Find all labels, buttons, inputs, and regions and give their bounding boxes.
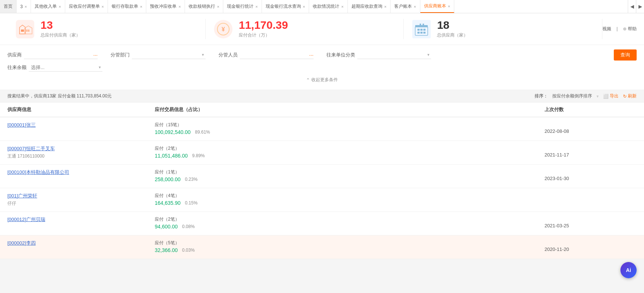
col-header-lastpay: 上次付数 [545,106,637,113]
nav-tab-overdue-ar[interactable]: 超期应收款查询 × [348,0,391,13]
close-tab-customer-ledger[interactable]: × [414,4,416,9]
table-header: 供应商信息 应付交易信息（占比） 上次付数 [0,103,644,117]
supplier-input[interactable] [24,51,93,59]
supplier-sub-4: 仔仔 [7,200,155,207]
tx-amount-4[interactable]: 164,635.90 [155,200,181,206]
export-button[interactable]: ⬜ 导出 [603,93,619,99]
close-tab-cash-flow[interactable]: × [303,4,305,9]
nav-tab-customer-ledger[interactable]: 客户账本 × [391,0,420,13]
person-dropdown[interactable]: ··· [240,51,314,59]
table-row: [000007]恒旺二手叉车 王通 17106110000 应付（2笔） 11,… [0,141,644,165]
supplier-link-5[interactable]: [000012]广州贝瑞 [7,216,155,223]
tx-amount-5[interactable]: 94,600.00 [155,224,178,230]
category-input[interactable] [357,51,427,59]
dept-arrow-icon[interactable]: ▾ [202,52,206,57]
result-summary: 搜索结果中，供应商13家 应付金额 111,703,854.00元 [7,93,112,99]
tx-label-6: 应付（5笔） [155,240,545,246]
stat-ap-suppliers: 13 总应付供应商（家） [7,19,206,39]
supplier-info-1: [000001]张三 [7,122,155,128]
supplier-link-3[interactable]: [000100]本特勒油品有限公司 [7,169,155,176]
tx-info-5: 应付（2笔） 94,600.00 0.08% [155,216,545,231]
balance-dropdown[interactable]: ▾ [29,63,102,72]
table-row: [000002]李四 应付（5笔） 32,366.00 0.03% 2020-1… [0,235,644,259]
person-input[interactable] [240,51,309,59]
nav-tab-receipt-exec[interactable]: 收款核销执行 × [185,0,223,13]
collapse-button[interactable]: ⌃ 收起更多条件 [7,75,637,85]
svg-rect-15 [420,32,423,34]
table-body: [000001]张三 应付（15笔） 100,092,540.00 89.61%… [0,117,644,259]
supplier-link-1[interactable]: [000001]张三 [7,122,155,128]
supplier-link-2[interactable]: [000007]恒旺二手叉车 [7,145,155,152]
ap-amount-icon: ¥ [213,19,233,39]
close-tab-3[interactable]: × [25,4,27,9]
supplier-ellipsis[interactable]: ··· [93,52,98,58]
nav-tab-ar-ap-adjust[interactable]: 应收应付调整单 × [65,0,108,13]
category-dropdown[interactable]: ▾ [357,51,431,59]
filter-balance: 往来余额 ▾ [7,63,102,72]
nav-tab-3[interactable]: 3 × [17,0,31,13]
nav-tab-prepay-offset[interactable]: 预收冲应收单 × [146,0,185,13]
supplier-link-6[interactable]: [000002]李四 [7,240,155,247]
category-arrow-icon[interactable]: ▾ [427,52,431,57]
close-tab-ar-ap-adjust[interactable]: × [102,4,104,9]
close-tab-receipt-exec[interactable]: × [217,4,219,9]
supplier-dropdown[interactable]: ··· [24,51,98,59]
nav-next-arrow[interactable]: ▶ [636,0,644,13]
svg-rect-2 [22,30,24,32]
close-tab-bank-deposit[interactable]: × [140,4,142,9]
refresh-button[interactable]: ↻ 刷新 [623,93,637,99]
nav-prev-arrow[interactable]: ◀ [628,0,636,13]
table-row: [000100]本特勒油品有限公司 应付（1笔） 258,000.00 0.23… [0,165,644,188]
dept-dropdown[interactable]: ▾ [132,51,206,59]
supplier-link-4[interactable]: [001]广州荣轩 [7,193,155,199]
nav-tab-cash-stat[interactable]: 现金银行统计 × [223,0,262,13]
close-tab-overdue-ar[interactable]: × [384,4,386,9]
col-header-transaction: 应付交易信息（占比） [155,106,545,113]
tx-amount-2[interactable]: 11,051,486.00 [155,153,188,159]
tx-percent-3: 0.23% [185,177,197,182]
svg-text:¥: ¥ [221,26,225,32]
close-tab-cash-stat[interactable]: × [255,4,258,9]
tx-info-3: 应付（1笔） 258,000.00 0.23% [155,169,545,183]
lastpay-3: 2023-01-30 [545,169,637,181]
query-button[interactable]: 查询 [614,49,637,61]
close-tab-supplier-ledger[interactable]: × [448,4,450,8]
person-label: 分管人员 [218,52,238,58]
filter-dept: 分管部门 ▾ [111,51,206,59]
help-link[interactable]: ⊙ 帮助 [623,26,637,32]
person-ellipsis[interactable]: ··· [309,52,314,58]
tx-percent-2: 9.89% [192,153,205,158]
tx-info-4: 应付（4笔） 164,635.90 0.15% [155,193,545,207]
tx-amount-6[interactable]: 32,366.00 [155,247,178,253]
close-tab-receipt-stat[interactable]: × [341,4,343,9]
sort-value[interactable]: 按应付余额倒序排序 [552,93,592,99]
nav-tab-cash-flow[interactable]: 现金银行流水查询 × [262,0,309,13]
table-row: [000001]张三 应付（15笔） 100,092,540.00 89.61%… [0,117,644,141]
tx-percent-5: 0.08% [182,224,195,229]
nav-tab-receipt-stat[interactable]: 收款情况统计 × [309,0,347,13]
close-tab-other-income[interactable]: × [59,4,61,9]
ap-suppliers-number: 13 [41,20,80,31]
nav-tab-bank-deposit[interactable]: 银行存取款单 × [108,0,146,13]
total-supplier-icon [411,19,431,39]
close-tab-prepay-offset[interactable]: × [178,4,181,9]
supplier-info-6: [000002]李四 [7,240,155,247]
supplier-info-4: [001]广州荣轩 仔仔 [7,193,155,207]
dept-input[interactable] [132,51,202,59]
balance-input[interactable] [29,63,99,71]
lastpay-1: 2022-08-08 [545,122,637,134]
supplier-info-3: [000100]本特勒油品有限公司 [7,169,155,176]
tx-info-6: 应付（5笔） 32,366.00 0.03% [155,240,545,254]
tx-amount-3[interactable]: 258,000.00 [155,176,181,182]
balance-arrow-icon[interactable]: ▾ [99,65,102,70]
filter-row-2: 往来余额 ▾ [7,63,637,72]
nav-tab-other-income[interactable]: 其他收入单 × [31,0,65,13]
video-link[interactable]: 视频 [602,26,611,32]
nav-tab-home[interactable]: 首页 [0,0,17,13]
tx-label-5: 应付（2笔） [155,216,545,223]
tx-percent-6: 0.03% [182,248,195,253]
svg-rect-13 [423,29,426,31]
stat-ap-suppliers-content: 13 总应付供应商（家） [41,20,80,38]
tx-amount-1[interactable]: 100,092,540.00 [155,129,190,135]
nav-tab-supplier-ledger[interactable]: 供应商账本 × [420,0,454,13]
